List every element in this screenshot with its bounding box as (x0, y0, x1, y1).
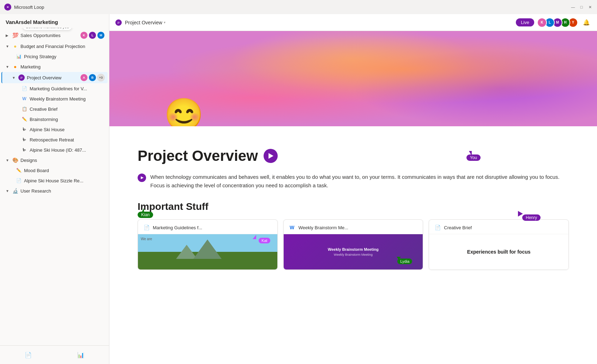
expand-icon: ▼ (6, 158, 10, 162)
card-header-3: 📄 Creative Brief (429, 220, 568, 234)
description-section: When technology communicates and behaves… (138, 173, 569, 190)
card-preview-3: Experiences built for focus (429, 234, 568, 269)
sidebar-item-weekly-brainstorm[interactable]: W Weekly Brainstorm Meeting (1, 94, 108, 104)
avatar-b: B (89, 74, 96, 81)
sidebar: VanArsdel Marketing Someone mentioned yo… (0, 14, 109, 364)
sidebar-item-creative-brief[interactable]: 📋 Creative Brief (1, 104, 108, 114)
description-text: When technology communicates and behaves… (138, 173, 569, 190)
main-layout: VanArsdel Marketing Someone mentioned yo… (0, 14, 597, 364)
hero-emoji: 😊 (164, 96, 204, 126)
sidebar-item-label: Alpine Ski House Sizzle Re... (24, 178, 105, 183)
project-icon: P (18, 74, 25, 81)
sidebar-item-alpine-ski-id[interactable]: ⛷ Alpine Ski House (ID: 487... (1, 145, 108, 155)
designs-icon: 🎨 (12, 157, 18, 163)
svg-text:P: P (117, 21, 120, 25)
card-doc-icon-1: 📄 (143, 224, 150, 231)
card-title-1: Marketing Guidelines f... (153, 225, 272, 230)
avatar-count: +3 (97, 74, 105, 81)
page-main-title: Project Overview (138, 147, 258, 164)
notification-btn[interactable]: 🔔 (581, 18, 591, 28)
cursor-you-label: You (466, 154, 481, 161)
description-inner: When technology communicates and behaves… (138, 173, 569, 190)
sidebar-item-mood-board[interactable]: ✏️ Mood Board (1, 165, 108, 175)
notification-bubble: Someone mentioned you (23, 28, 72, 30)
sidebar-item-retrospective[interactable]: ⛷ Retrospective Retreat (1, 135, 108, 145)
sidebar-item-label: Alpine Ski House (30, 127, 105, 132)
sidebar-item-budget[interactable]: ▼ ● Budget and Financial Projection (1, 41, 108, 51)
sidebar-bottom-bar: 📄 📊 (0, 345, 109, 364)
word-icon: W (21, 96, 28, 102)
title-bar: Microsoft Loop — □ ✕ (0, 0, 597, 14)
activity-btn[interactable]: 📊 (55, 348, 107, 361)
live-badge[interactable]: Live (516, 18, 534, 26)
sidebar-item-marketing[interactable]: ▼ ● Marketing (1, 62, 108, 72)
sidebar-item-sizzle[interactable]: 📄 Alpine Ski House Sizzle Re... (1, 176, 108, 186)
sidebar-item-brainstorming[interactable]: ✏️ Brainstorming (1, 114, 108, 124)
page-icon: P (115, 19, 122, 26)
important-stuff-section: Important Stuff 📄 Marketing Guidelines f… (138, 201, 569, 270)
sidebar-item-label: Marketing (20, 64, 105, 69)
sales-avatars: K L M (80, 31, 105, 39)
project-avatars: A B +3 (80, 74, 105, 81)
brainstorm-subtitle: Weekly Brainstorm Meeting (334, 253, 373, 256)
sidebar-item-alpine-ski[interactable]: ⛷ Alpine Ski House (1, 125, 108, 134)
sidebar-item-label: Project Overview (27, 75, 78, 80)
hero-banner: 😊 (109, 31, 597, 126)
minimize-btn[interactable]: — (570, 4, 576, 10)
expand-icon: ▼ (6, 189, 10, 193)
sidebar-item-label: Creative Brief (30, 107, 105, 112)
sidebar-item-sales[interactable]: Someone mentioned you ▶ 💯 Sales Opportun… (1, 30, 108, 41)
doc-icon: 📋 (21, 106, 28, 112)
play-button-desc[interactable] (138, 174, 146, 182)
top-bar: P Project Overview ▾ Live K L M H Y 🔔 (109, 14, 597, 31)
sidebar-item-label: Pricing Strategy (24, 54, 105, 59)
cursor-kat-label: Kat (259, 238, 270, 243)
card-creative-brief[interactable]: 📄 Creative Brief Experiences built for f… (429, 219, 569, 270)
sidebar-item-label: Retrospective Retreat (30, 137, 105, 142)
breadcrumb[interactable]: Project Overview ▾ (125, 20, 165, 25)
brainstorm-title-preview: Weekly Brainstorm Meeting (328, 247, 379, 251)
breadcrumb-text: Project Overview (125, 20, 162, 25)
cards-row: 📄 Marketing Guidelines f... We are (138, 219, 569, 270)
budget-icon: ● (12, 43, 18, 49)
ski-icon-3: ⛷ (21, 147, 28, 153)
pricing-icon: 📊 (16, 53, 22, 60)
cursor-lydia-label: Lydia (397, 259, 412, 264)
sidebar-item-label: Sales Opportunities (20, 33, 78, 38)
sidebar-item-user-research[interactable]: ▼ 🔬 User Research (1, 186, 108, 196)
card-marketing-guidelines[interactable]: 📄 Marketing Guidelines f... We are (138, 219, 278, 270)
sidebar-item-label: Budget and Financial Projection (20, 44, 105, 49)
card-preview-2: Weekly Brainstorm Meeting Weekly Brainst… (284, 234, 423, 269)
content-body: Project Overview You When technology com… (109, 126, 597, 284)
card-header-2: W Weekly Brainstorm Me... (284, 220, 423, 234)
marketing-icon: ● (12, 63, 18, 70)
avatar-1: K (80, 31, 88, 39)
card-weekly-brainstorm[interactable]: W Weekly Brainstorm Me... Weekly Brainst… (283, 219, 423, 270)
maximize-btn[interactable]: □ (579, 4, 584, 10)
sidebar-item-mktg-guidelines[interactable]: 📄 Marketing Guidelines for V... (1, 84, 108, 93)
svg-text:P: P (20, 76, 23, 80)
mountain-shape-1 (193, 239, 222, 259)
workspace-title: VanArsdel Marketing (0, 14, 109, 28)
card-title-2: Weekly Brainstorm Me... (298, 225, 418, 230)
expand-icon: ▼ (6, 65, 10, 69)
brainstorm-bg: Weekly Brainstorm Meeting Weekly Brainst… (284, 234, 423, 269)
creative-preview-text: Experiences built for focus (467, 249, 531, 255)
close-btn[interactable]: ✕ (587, 4, 593, 10)
edit-icon-2: ✏️ (16, 167, 22, 174)
new-page-btn[interactable]: 📄 (3, 348, 54, 361)
sidebar-item-project-overview[interactable]: ▼ P Project Overview A B +3 (1, 72, 108, 83)
card-title-3: Creative Brief (444, 225, 563, 230)
sidebar-item-label: Mood Board (24, 168, 105, 173)
sidebar-item-pricing[interactable]: 📊 Pricing Strategy (1, 51, 108, 61)
description-paragraph: When technology communicates and behaves… (150, 173, 569, 190)
chevron-down-icon: ▾ (164, 20, 165, 24)
ski-icon: ⛷ (21, 126, 28, 133)
preview-text-1: We are (141, 237, 152, 241)
cursor-kian-label: Kian (138, 212, 153, 218)
expand-icon: ▼ (12, 76, 16, 80)
play-button-title[interactable] (264, 149, 278, 163)
sidebar-item-designs[interactable]: ▼ 🎨 Designs (1, 155, 108, 165)
sidebar-item-label: Brainstorming (30, 117, 105, 122)
collaborator-avatars: K L M H Y (539, 18, 578, 28)
